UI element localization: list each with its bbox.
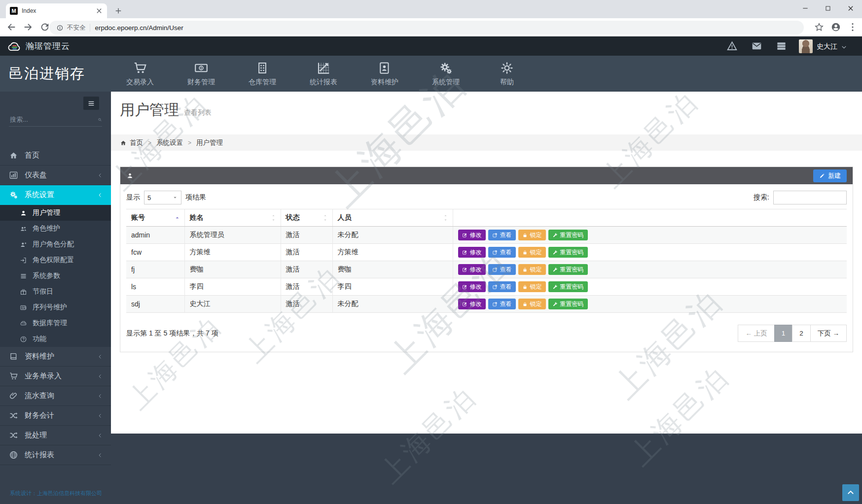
site-info-icon[interactable] xyxy=(56,24,64,32)
url-bar[interactable]: 不安全 erpdoc.epoerp.cn/Admin/User xyxy=(49,21,804,34)
sidebar-subitem[interactable]: 用户角色分配 xyxy=(0,236,111,252)
breadcrumb-item[interactable]: 系统设置 xyxy=(156,138,183,147)
user-avatar[interactable] xyxy=(799,39,813,53)
caret-up-icon xyxy=(442,213,449,218)
action-button-pencil-square[interactable]: 修改 xyxy=(458,264,486,275)
alerts-icon[interactable] xyxy=(726,40,738,52)
top-menu-item-money[interactable]: 财务管理 xyxy=(171,56,232,92)
app-header: 瀚琚管理云 史大江 xyxy=(0,36,862,56)
action-button-lock[interactable]: 锁定 xyxy=(518,299,546,309)
action-button-wrench[interactable]: 重置密码 xyxy=(548,281,588,292)
action-button-external-link[interactable]: 查看 xyxy=(488,264,516,275)
action-button-pencil-square[interactable]: 修改 xyxy=(458,299,486,309)
sidebar-subitem[interactable]: 节假日 xyxy=(0,284,111,300)
action-button-lock[interactable]: 锁定 xyxy=(518,281,546,292)
table-body: admin系统管理员激活未分配修改查看锁定重置密码fcw方策维激活方策维修改查看… xyxy=(126,227,847,313)
building-icon xyxy=(255,61,270,75)
column-header-label: 人员 xyxy=(338,213,352,221)
browser-tab[interactable]: M Index xyxy=(6,3,107,18)
top-menu-item-cart[interactable]: 交易录入 xyxy=(109,56,171,92)
sidebar-subitem-label: 用户角色分配 xyxy=(33,240,74,249)
sort-icon[interactable] xyxy=(322,213,328,222)
column-header[interactable]: 人员 xyxy=(332,209,453,227)
action-button-pencil-square[interactable]: 修改 xyxy=(458,230,486,240)
pagination-page[interactable]: 1 xyxy=(774,325,793,342)
sidebar-subitem[interactable]: 角色维护 xyxy=(0,221,111,236)
pagination-next[interactable]: 下页 → xyxy=(810,325,847,342)
page-length-select[interactable]: 5 xyxy=(144,191,181,204)
bookmark-star-icon[interactable] xyxy=(814,22,825,33)
window-close-button[interactable] xyxy=(839,0,862,16)
sort-icon[interactable] xyxy=(270,213,277,222)
newspaper-icon xyxy=(20,304,27,311)
top-menu-item-stats[interactable]: 统计报表 xyxy=(293,56,354,92)
refresh-button[interactable] xyxy=(39,22,50,33)
action-button-external-link[interactable]: 查看 xyxy=(488,247,516,258)
tasks-icon[interactable] xyxy=(776,40,787,52)
action-button-external-link[interactable]: 查看 xyxy=(488,230,516,240)
top-menu-item-label: 仓库管理 xyxy=(249,78,276,87)
list-icon xyxy=(20,272,27,280)
new-tab-button[interactable] xyxy=(112,5,124,17)
column-header[interactable]: 状态 xyxy=(281,209,332,227)
sidebar-item[interactable]: 仪表盘 xyxy=(0,166,111,185)
messages-icon[interactable] xyxy=(751,40,762,52)
sidebar-search-input[interactable] xyxy=(9,115,98,124)
top-menu-item-building[interactable]: 仓库管理 xyxy=(232,56,293,92)
sidebar-item[interactable]: 流水查询 xyxy=(0,386,111,406)
sidebar-subitem[interactable]: 序列号维护 xyxy=(0,300,111,315)
sidebar-subitem[interactable]: 角色权限配置 xyxy=(0,252,111,268)
action-button-wrench[interactable]: 重置密码 xyxy=(548,230,588,240)
pagination-page[interactable]: 2 xyxy=(792,325,811,342)
top-menu-item-id-card[interactable]: 资料维护 xyxy=(354,56,415,92)
search-icon[interactable] xyxy=(98,116,102,123)
pagination-prev[interactable]: ← 上页 xyxy=(738,325,774,342)
action-button-lock[interactable]: 锁定 xyxy=(518,230,546,240)
chevron-down-icon[interactable] xyxy=(841,44,847,50)
sort-icon[interactable] xyxy=(174,215,180,221)
sidebar-item[interactable]: 系统设置 xyxy=(0,185,111,205)
window-minimize-button[interactable] xyxy=(794,0,817,16)
forward-button[interactable] xyxy=(23,22,34,33)
table-search-input[interactable] xyxy=(773,191,847,204)
action-button-wrench[interactable]: 重置密码 xyxy=(548,299,588,309)
top-menu-item-gears[interactable]: 系统管理 xyxy=(415,56,476,92)
sidebar-toggle-button[interactable] xyxy=(83,97,99,110)
action-button-wrench[interactable]: 重置密码 xyxy=(548,247,588,258)
sidebar-item[interactable]: 财务会计 xyxy=(0,406,111,426)
sidebar-item[interactable]: 资料维护 xyxy=(0,347,111,367)
sidebar-subitem[interactable]: 数据库管理 xyxy=(0,315,111,331)
breadcrumb-item[interactable]: 用户管理 xyxy=(196,138,223,147)
back-button[interactable] xyxy=(6,22,17,33)
back-to-top-button[interactable] xyxy=(842,484,859,501)
chevron-left-icon xyxy=(97,354,103,360)
column-header[interactable]: 姓名 xyxy=(184,209,281,227)
sidebar-subitem[interactable]: 用户管理 xyxy=(0,205,111,221)
breadcrumb-item[interactable]: 首页 xyxy=(130,138,143,147)
tab-close-icon[interactable] xyxy=(95,7,103,15)
action-button-lock[interactable]: 锁定 xyxy=(518,264,546,275)
window-maximize-button[interactable] xyxy=(817,0,839,16)
action-button-pencil-square[interactable]: 修改 xyxy=(458,247,486,258)
sidebar-item-label: 财务会计 xyxy=(25,411,54,420)
browser-profile-icon[interactable] xyxy=(830,22,841,33)
column-header-actions xyxy=(453,209,847,227)
sidebar-item[interactable]: 首页 xyxy=(0,146,111,166)
sidebar-item[interactable]: 统计报表 xyxy=(0,445,111,465)
action-button-external-link[interactable]: 查看 xyxy=(488,299,516,309)
browser-menu-icon[interactable] xyxy=(847,22,858,33)
action-button-external-link[interactable]: 查看 xyxy=(488,281,516,292)
sort-icon[interactable] xyxy=(442,213,449,222)
sidebar-item[interactable]: 业务单录入 xyxy=(0,367,111,386)
action-button-pencil-square[interactable]: 修改 xyxy=(458,281,486,292)
sidebar-subitem[interactable]: 功能 xyxy=(0,331,111,347)
action-button-lock[interactable]: 锁定 xyxy=(518,247,546,258)
top-menu-item-sun[interactable]: 帮助 xyxy=(476,56,538,92)
new-button[interactable]: 新建 xyxy=(813,169,847,182)
user-name[interactable]: 史大江 xyxy=(817,42,837,51)
sidebar-subitem[interactable]: 系统参数 xyxy=(0,268,111,284)
sidebar-item[interactable]: 批处理 xyxy=(0,426,111,445)
column-header[interactable]: 账号 xyxy=(126,209,184,227)
sidebar-subitem-label: 节假日 xyxy=(33,287,53,296)
action-button-wrench[interactable]: 重置密码 xyxy=(548,264,588,275)
